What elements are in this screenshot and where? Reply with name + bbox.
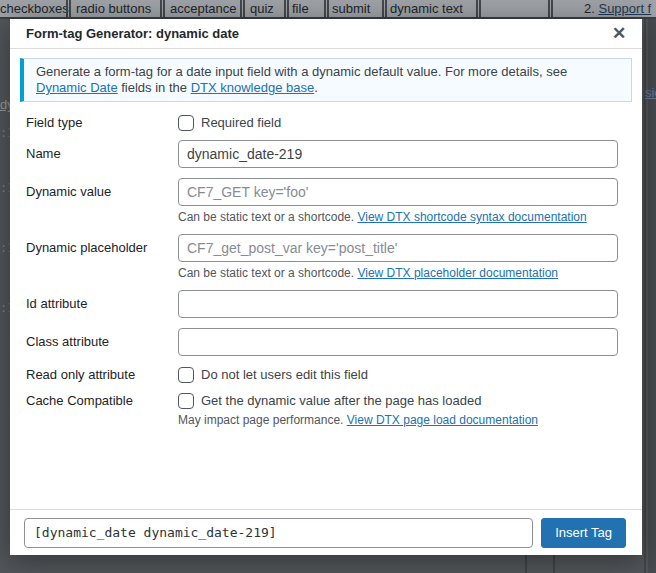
background-right-strip — [648, 19, 656, 573]
readonly-option-label: Do not let users edit this field — [201, 366, 368, 384]
id-attribute-input[interactable] — [178, 290, 618, 318]
readonly-checkbox[interactable] — [178, 367, 194, 383]
toolbar-button-acceptance[interactable]: acceptance — [170, 0, 237, 17]
dynamic-date-link[interactable]: Dynamic Date — [36, 80, 118, 95]
close-icon[interactable]: ✕ — [606, 21, 632, 47]
support-link[interactable]: Support f — [598, 1, 651, 16]
id-attribute-label: Id attribute — [26, 290, 178, 311]
background-side-link[interactable]: sio — [645, 85, 656, 100]
name-row: Name — [26, 140, 618, 168]
placeholder-doc-link[interactable]: View DTX placeholder documentation — [357, 266, 558, 280]
shortcode-syntax-doc-link[interactable]: View DTX shortcode syntax documentation — [357, 210, 586, 224]
generated-tag-input[interactable] — [24, 518, 533, 548]
help-text: Can be static text or a shortcode. — [178, 210, 357, 224]
dynamic-value-help: Can be static text or a shortcode. View … — [178, 210, 618, 224]
required-field-checkbox[interactable] — [178, 115, 194, 131]
toolbar-separator — [240, 0, 245, 17]
notice-text: fields in the — [118, 80, 191, 95]
toolbar-button-radio-buttons[interactable]: radio buttons — [76, 0, 151, 17]
help-text: May impact page performance. — [178, 413, 347, 427]
cache-compatible-option: Get the dynamic value after the page has… — [178, 392, 618, 410]
dialog-title: Form-tag Generator: dynamic date — [10, 19, 642, 49]
form-tag-generator-dialog: Form-tag Generator: dynamic date ✕ Gener… — [10, 19, 642, 555]
name-label: Name — [26, 140, 178, 161]
dynamic-placeholder-help: Can be static text or a shortcode. View … — [178, 266, 618, 280]
dialog-header: Form-tag Generator: dynamic date ✕ — [10, 19, 642, 49]
page-load-doc-link[interactable]: View DTX page load documentation — [347, 413, 538, 427]
class-attribute-row: Class attribute — [26, 328, 618, 356]
class-attribute-label: Class attribute — [26, 328, 178, 349]
cache-compatible-help: May impact page performance. View DTX pa… — [178, 413, 618, 427]
dialog-body: Generate a form-tag for a date input fie… — [10, 49, 642, 509]
dtx-knowledge-base-link[interactable]: DTX knowledge base — [191, 80, 315, 95]
dynamic-placeholder-label: Dynamic placeholder — [26, 234, 178, 255]
support-list-number: 2. — [584, 1, 595, 16]
field-type-label: Field type — [26, 114, 178, 130]
info-notice: Generate a form-tag for a date input fie… — [20, 58, 632, 102]
dynamic-value-input[interactable] — [178, 178, 618, 206]
dialog-footer: Insert Tag — [10, 509, 642, 555]
background-divider — [553, 555, 555, 573]
id-attribute-row: Id attribute — [26, 290, 618, 318]
required-field-option: Required field — [178, 114, 618, 132]
toolbar-button-submit[interactable]: submit — [332, 0, 370, 17]
field-type-row: Field type Required field — [26, 114, 618, 132]
cache-compatible-checkbox[interactable] — [178, 393, 194, 409]
toolbar-button-file[interactable]: file — [292, 0, 309, 17]
background-divider — [644, 19, 646, 573]
dynamic-placeholder-row: Dynamic placeholder Can be static text o… — [26, 234, 618, 280]
toolbar-separator — [284, 0, 289, 17]
toolbar-button-quiz[interactable]: quiz — [250, 0, 274, 17]
toolbar-separator — [160, 0, 165, 17]
cache-compatible-label: Cache Compatible — [26, 392, 178, 408]
background-divider — [525, 555, 527, 573]
cache-compatible-option-label: Get the dynamic value after the page has… — [201, 392, 481, 410]
insert-tag-button[interactable]: Insert Tag — [541, 518, 626, 548]
cache-compatible-row: Cache Compatible Get the dynamic value a… — [26, 392, 618, 427]
dynamic-placeholder-input[interactable] — [178, 234, 618, 262]
name-input[interactable] — [178, 140, 618, 168]
toolbar-button-dynamic-text[interactable]: dynamic text — [390, 0, 463, 17]
dynamic-value-row: Dynamic value Can be static text or a sh… — [26, 178, 618, 224]
toolbar-separator — [548, 0, 553, 17]
toolbar-separator — [476, 0, 481, 17]
readonly-option: Do not let users edit this field — [178, 366, 618, 384]
toolbar-separator — [324, 0, 329, 17]
required-field-label: Required field — [201, 114, 281, 132]
toolbar-separator — [66, 0, 71, 17]
class-attribute-input[interactable] — [178, 328, 618, 356]
notice-text: . — [314, 80, 318, 95]
toolbar-button-checkboxes[interactable]: checkboxes — [0, 0, 69, 17]
notice-text: Generate a form-tag for a date input fie… — [36, 64, 567, 79]
support-list-item: 2. Support f — [584, 1, 651, 16]
readonly-row: Read only attribute Do not let users edi… — [26, 366, 618, 384]
dynamic-value-label: Dynamic value — [26, 178, 178, 199]
readonly-label: Read only attribute — [26, 366, 178, 382]
tag-toolbar: checkboxes radio buttons acceptance quiz… — [0, 0, 656, 17]
toolbar-separator — [382, 0, 387, 17]
help-text: Can be static text or a shortcode. — [178, 266, 357, 280]
